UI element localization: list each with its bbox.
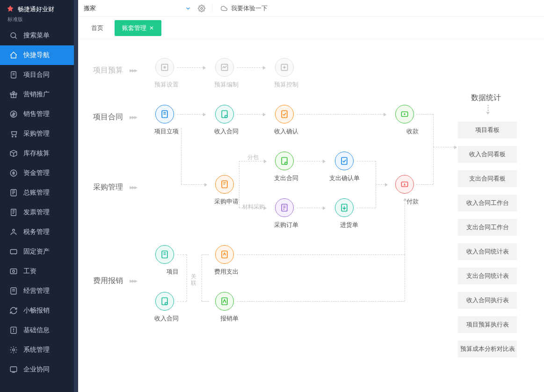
node-receive[interactable]: 收款 [391, 105, 419, 136]
edition-label: 标准版 [0, 16, 74, 26]
node-expense-contract[interactable]: 支出合同 [270, 152, 298, 182]
info-icon [9, 326, 18, 334]
sidebar-item-17[interactable]: 企业协同 [0, 360, 74, 379]
node-project-init[interactable]: 项目立项 [151, 105, 179, 136]
stats-arrow-icon [486, 105, 490, 115]
tryout-link[interactable]: 我要体验一下 [212, 4, 268, 13]
biz-icon [9, 287, 18, 295]
sidebar-item-7[interactable]: 资金管理 [0, 163, 74, 183]
sidebar-item-14[interactable]: 小畅报销 [0, 301, 74, 320]
stats-button-2[interactable]: 支出合同看板 [458, 170, 517, 187]
sidebar-item-8[interactable]: 总账管理 [0, 183, 74, 203]
stats-button-8[interactable]: 项目预算执行表 [458, 316, 517, 333]
sidebar-item-1[interactable]: 快捷导航 [0, 45, 74, 65]
settings-icon [9, 346, 18, 354]
svg-point-14 [13, 270, 15, 273]
invoice-icon [9, 208, 18, 217]
sidebar-item-label: 快捷导航 [23, 51, 50, 59]
stats-button-7[interactable]: 收入合同执行表 [458, 292, 517, 309]
sidebar-item-5[interactable]: 采购管理 [0, 124, 74, 144]
row-arrows: ▸▸▸ [130, 66, 137, 74]
tab-label: 首页 [91, 24, 103, 32]
node-project[interactable]: 项目 [151, 245, 179, 276]
sidebar-item-4[interactable]: 销售管理 [0, 104, 74, 124]
sidebar-item-2[interactable]: 项目合同 [0, 65, 74, 85]
svg-rect-41 [222, 298, 227, 305]
refresh-icon [9, 306, 18, 315]
sidebar-item-11[interactable]: 固定资产 [0, 242, 74, 261]
svg-point-32 [285, 162, 287, 165]
sidebar-item-12[interactable]: 工资 [0, 261, 74, 281]
node-expense-confirm[interactable]: 支出确认单 [330, 152, 358, 182]
sidebar-item-label: 经营管理 [23, 287, 50, 295]
close-icon[interactable]: ✕ [149, 25, 154, 31]
sidebar-item-13[interactable]: 经营管理 [0, 281, 74, 301]
brand-name: 畅捷通好业财 [18, 5, 54, 14]
svg-rect-12 [10, 250, 17, 254]
sidebar-item-label: 系统管理 [23, 346, 50, 354]
main: 搬家 我要体验一下 首页账套管理✕ 项目预算 ▸▸▸ 项目合同 ▸▸▸ 采购管理… [78, 0, 544, 392]
stats-button-5[interactable]: 收入合同统计表 [458, 243, 517, 260]
sidebar-item-0[interactable]: 搜索菜单 [0, 26, 74, 45]
node-income-contract[interactable]: 收入合同 [210, 105, 239, 136]
tryout-label: 我要体验一下 [231, 4, 268, 13]
svg-rect-10 [11, 209, 16, 216]
top-bar: 搬家 我要体验一下 [78, 0, 544, 17]
tab-1[interactable]: 账套管理✕ [115, 20, 161, 36]
sidebar-item-label: 税务管理 [23, 228, 50, 236]
node-budget-setting[interactable]: 预算设置 [151, 58, 179, 89]
node-goods-in[interactable]: 进货单 [330, 198, 358, 229]
stats-button-9[interactable]: 预算成本分析对比表 [458, 341, 517, 357]
row-label-contract: 项目合同 [93, 112, 123, 122]
sidebar-item-label: 小畅报销 [23, 306, 50, 315]
sidebar-nav: 搜索菜单快捷导航项目合同营销推广销售管理采购管理库存核算资金管理总账管理发票管理… [0, 26, 74, 392]
node-budget-control[interactable]: 预算控制 [270, 58, 298, 89]
svg-point-20 [201, 7, 203, 9]
svg-point-7 [15, 136, 16, 137]
stats-button-3[interactable]: 收入合同工作台 [458, 195, 517, 211]
stats-button-0[interactable]: 项目看板 [458, 122, 517, 138]
sidebar-item-label: 企业协同 [23, 365, 50, 374]
sidebar-item-6[interactable]: 库存核算 [0, 144, 74, 163]
stats-title: 数据统计 [471, 93, 501, 103]
sidebar-item-16[interactable]: 系统管理 [0, 340, 74, 360]
sidebar-item-label: 资金管理 [23, 169, 50, 177]
node-income-contract-2[interactable]: 收入合同 [151, 292, 179, 323]
node-purchase-apply[interactable]: 采购申请 [210, 175, 239, 206]
sidebar-item-10[interactable]: 税务管理 [0, 222, 74, 242]
sidebar-item-15[interactable]: 基础信息 [0, 320, 74, 340]
row-label-budget: 项目预算 [93, 65, 123, 75]
svg-rect-39 [162, 298, 167, 305]
node-purchase-order[interactable]: 采购订单 [270, 198, 298, 229]
stats-button-1[interactable]: 收入合同看板 [458, 146, 517, 163]
row-arrows: ▸▸▸ [130, 277, 137, 284]
sidebar-item-label: 库存核算 [23, 149, 50, 158]
sidebar-item-label: 搜索菜单 [23, 31, 50, 40]
sidebar-item-9[interactable]: 发票管理 [0, 203, 74, 222]
node-income-confirm[interactable]: 收入确认 [270, 105, 298, 136]
sidebar-item-label: 总账管理 [23, 189, 50, 197]
doc-icon [9, 71, 18, 79]
tenant-name: 搬家 [84, 4, 96, 13]
svg-line-1 [15, 37, 17, 39]
stats-button-4[interactable]: 支出合同工作台 [458, 219, 517, 236]
svg-point-17 [13, 329, 14, 330]
tab-0[interactable]: 首页 [84, 20, 111, 36]
node-reimburse[interactable]: 报销单 [210, 292, 239, 323]
collab-icon [9, 365, 18, 374]
node-expense-out[interactable]: 费用支出 [210, 245, 239, 276]
stats-button-6[interactable]: 支出合同统计表 [458, 268, 517, 284]
sidebar-scrollbar[interactable] [74, 0, 78, 392]
sidebar-item-3[interactable]: 营销推广 [0, 85, 74, 104]
home-icon [9, 51, 18, 59]
wage-icon [9, 267, 18, 276]
node-budget-compile[interactable]: 预算编制 [210, 58, 239, 89]
svg-point-6 [12, 136, 13, 137]
gear-icon[interactable] [198, 5, 205, 12]
row-label-expense: 费用报销 [93, 276, 123, 286]
money-icon [9, 169, 18, 177]
branch-label-material: 材料采购 [242, 203, 265, 211]
tenant-select[interactable]: 搬家 [84, 4, 191, 13]
row-arrows: ▸▸▸ [130, 183, 137, 191]
search-icon [9, 31, 18, 40]
